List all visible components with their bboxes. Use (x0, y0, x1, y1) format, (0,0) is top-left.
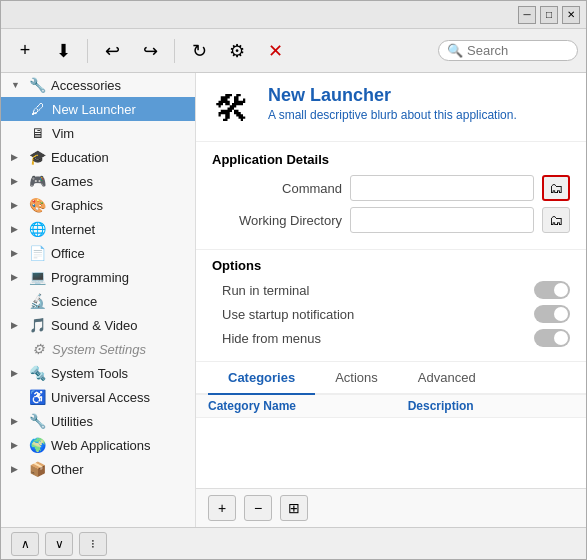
expand-arrow-system-tools: ▶ (11, 368, 23, 378)
remove-category-button[interactable]: − (244, 495, 272, 521)
expand-arrow-internet: ▶ (11, 224, 23, 234)
toolbar-separator-2 (174, 39, 175, 63)
sidebar-item-other[interactable]: ▶ 📦 Other (1, 457, 195, 481)
expand-arrow-programming: ▶ (11, 272, 23, 282)
title-bar-controls: ─ □ ✕ (518, 6, 580, 24)
command-input[interactable] (350, 175, 534, 201)
app-info: New Launcher A small descriptive blurb a… (268, 85, 570, 122)
education-icon: 🎓 (28, 148, 46, 166)
run-in-terminal-row: Run in terminal (212, 281, 570, 299)
internet-icon: 🌐 (28, 220, 46, 238)
footer-nav-down-button[interactable]: ∨ (45, 532, 73, 556)
sidebar-item-universal-access[interactable]: ♿ Universal Access (1, 385, 195, 409)
app-details: Application Details Command 🗂 Working Di… (196, 142, 586, 250)
universal-access-icon: ♿ (28, 388, 46, 406)
app-name: New Launcher (268, 85, 570, 106)
run-in-terminal-toggle[interactable] (534, 281, 570, 299)
add-category-button[interactable]: + (208, 495, 236, 521)
expand-arrow-utilities: ▶ (11, 416, 23, 426)
footer-nav: ∧ ∨ ⁝ (11, 532, 107, 556)
use-startup-notification-row: Use startup notification (212, 305, 570, 323)
expand-arrow-sound-video: ▶ (11, 320, 23, 330)
footer-nav-up-button[interactable]: ∧ (11, 532, 39, 556)
use-startup-notification-toggle[interactable] (534, 305, 570, 323)
maximize-button[interactable]: □ (540, 6, 558, 24)
science-icon: 🔬 (28, 292, 46, 310)
sidebar-label-office: Office (51, 246, 85, 261)
sidebar-label-other: Other (51, 462, 84, 477)
sidebar-item-games[interactable]: ▶ 🎮 Games (1, 169, 195, 193)
working-dir-label: Working Directory (212, 213, 342, 228)
table-body (196, 418, 586, 488)
search-box[interactable]: 🔍 (438, 40, 578, 61)
sidebar-label-accessories: Accessories (51, 78, 121, 93)
accessories-icon: 🔧 (28, 76, 46, 94)
minimize-button[interactable]: ─ (518, 6, 536, 24)
graphics-icon: 🎨 (28, 196, 46, 214)
working-dir-input[interactable] (350, 207, 534, 233)
sidebar-item-education[interactable]: ▶ 🎓 Education (1, 145, 195, 169)
sidebar-item-system-tools[interactable]: ▶ 🔩 System Tools (1, 361, 195, 385)
bottom-toolbar: + − ⊞ (196, 488, 586, 527)
sidebar-item-utilities[interactable]: ▶ 🔧 Utilities (1, 409, 195, 433)
expand-arrow-web-applications: ▶ (11, 440, 23, 450)
sidebar-label-graphics: Graphics (51, 198, 103, 213)
sidebar-item-science[interactable]: 🔬 Science (1, 289, 195, 313)
app-header: 🛠 New Launcher A small descriptive blurb… (196, 73, 586, 142)
sidebar-label-web-applications: Web Applications (51, 438, 151, 453)
command-row: Command 🗂 (212, 175, 570, 201)
sidebar-label-vim: Vim (52, 126, 74, 141)
browse-command-button[interactable]: 🗂 (542, 175, 570, 201)
delete-button[interactable]: ✕ (259, 35, 291, 67)
install-button[interactable]: ⬇ (47, 35, 79, 67)
use-startup-notification-label: Use startup notification (212, 307, 526, 322)
prefs-button[interactable]: ⚙ (221, 35, 253, 67)
sidebar-item-office[interactable]: ▶ 📄 Office (1, 241, 195, 265)
options-section: Options Run in terminal Use startup noti… (196, 250, 586, 362)
sidebar-item-internet[interactable]: ▶ 🌐 Internet (1, 217, 195, 241)
sidebar-item-vim[interactable]: 🖥 Vim (1, 121, 195, 145)
games-icon: 🎮 (28, 172, 46, 190)
expand-arrow-games: ▶ (11, 176, 23, 186)
sidebar-item-graphics[interactable]: ▶ 🎨 Graphics (1, 193, 195, 217)
office-icon: 📄 (28, 244, 46, 262)
hide-from-menus-toggle[interactable] (534, 329, 570, 347)
sidebar-item-web-applications[interactable]: ▶ 🌍 Web Applications (1, 433, 195, 457)
web-applications-icon: 🌍 (28, 436, 46, 454)
new-launcher-icon: 🖊 (29, 100, 47, 118)
sidebar-item-new-launcher[interactable]: 🖊 New Launcher (1, 97, 195, 121)
table-header: Category Name Description (196, 395, 586, 418)
app-description: A small descriptive blurb about this app… (268, 108, 570, 122)
close-button[interactable]: ✕ (562, 6, 580, 24)
sidebar-item-accessories[interactable]: ▼ 🔧 Accessories (1, 73, 195, 97)
sidebar-label-programming: Programming (51, 270, 129, 285)
main-window: ─ □ ✕ + ⬇ ↩ ↪ ↻ ⚙ ✕ 🔍 ▼ 🔧 Accessories (0, 0, 587, 560)
sidebar-label-internet: Internet (51, 222, 95, 237)
edit-category-button[interactable]: ⊞ (280, 495, 308, 521)
sidebar-label-new-launcher: New Launcher (52, 102, 136, 117)
content-area: 🛠 New Launcher A small descriptive blurb… (196, 73, 586, 527)
refresh-button[interactable]: ↻ (183, 35, 215, 67)
undo-button[interactable]: ↩ (96, 35, 128, 67)
sidebar-label-sound-video: Sound & Video (51, 318, 138, 333)
expand-arrow-education: ▶ (11, 152, 23, 162)
redo-button[interactable]: ↪ (134, 35, 166, 67)
title-bar: ─ □ ✕ (1, 1, 586, 29)
expand-arrow-other: ▶ (11, 464, 23, 474)
sidebar-item-programming[interactable]: ▶ 💻 Programming (1, 265, 195, 289)
sidebar-label-utilities: Utilities (51, 414, 93, 429)
sidebar-item-system-settings[interactable]: ⚙ System Settings (1, 337, 195, 361)
utilities-icon: 🔧 (28, 412, 46, 430)
tab-advanced[interactable]: Advanced (398, 362, 496, 395)
search-input[interactable] (467, 43, 569, 58)
footer-nav-menu-button[interactable]: ⁝ (79, 532, 107, 556)
column-header-category-name: Category Name (208, 399, 408, 413)
tabs-bar: Categories Actions Advanced (196, 362, 586, 395)
toolbar-separator (87, 39, 88, 63)
browse-working-dir-button[interactable]: 🗂 (542, 207, 570, 233)
sidebar-item-sound-video[interactable]: ▶ 🎵 Sound & Video (1, 313, 195, 337)
tab-actions[interactable]: Actions (315, 362, 398, 395)
tab-categories[interactable]: Categories (208, 362, 315, 395)
hide-from-menus-label: Hide from menus (212, 331, 526, 346)
add-button[interactable]: + (9, 35, 41, 67)
